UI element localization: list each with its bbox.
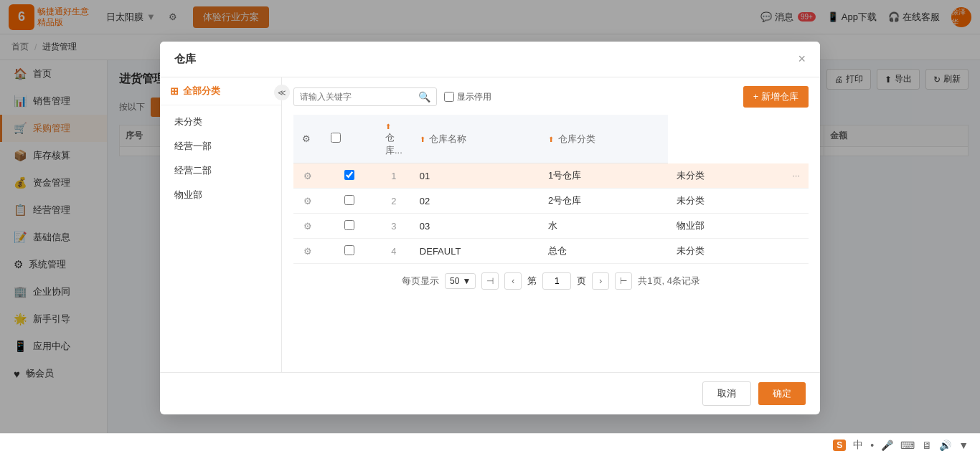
table-header-row: ⚙ ⬆ 仓库... ⬆ 仓库名称 ⬆ xyxy=(293,115,809,163)
category-collapse-button[interactable]: ≪ xyxy=(274,85,290,100)
s-logo: S xyxy=(833,440,846,451)
add-warehouse-button[interactable]: + 新增仓库 xyxy=(743,86,809,108)
row-num: 1 xyxy=(377,163,411,189)
page-number-input[interactable] xyxy=(542,272,571,290)
confirm-button[interactable]: 确定 xyxy=(758,382,806,405)
sort-icon-code: ⬆ xyxy=(385,123,391,130)
col-code-header[interactable]: ⬆ 仓库... xyxy=(377,115,411,163)
search-box: 🔍 xyxy=(293,87,437,106)
row-checkbox[interactable] xyxy=(344,220,354,230)
row-name: 2号仓库 xyxy=(540,189,668,214)
cancel-button[interactable]: 取消 xyxy=(702,381,751,406)
col-category-header[interactable]: ⬆ 仓库分类 xyxy=(540,115,668,163)
row-gear-cell[interactable]: ⚙ xyxy=(293,239,322,264)
row-num: 4 xyxy=(377,239,411,264)
modal-footer: 取消 确定 xyxy=(160,372,820,414)
table-row[interactable]: ⚙ 1 01 1号仓库 未分类 ··· xyxy=(293,163,809,189)
show-disabled-checkbox[interactable] xyxy=(444,92,454,102)
page-last-button[interactable]: ⊢ xyxy=(615,272,632,290)
modal-body: ⊞ 全部分类 ≪ 未分类 经营一部 经营二部 物业部 🔍 xyxy=(160,77,820,372)
row-category: 物业部 xyxy=(668,214,758,239)
row-name: 1号仓库 xyxy=(540,163,668,189)
row-num: 2 xyxy=(377,189,411,214)
modal-overlay: 仓库 × ⊞ 全部分类 ≪ 未分类 经营一部 经营二部 物业部 xyxy=(0,0,980,456)
page-label: 第 xyxy=(527,275,537,288)
category-item-dept1[interactable]: 经营一部 xyxy=(160,134,281,158)
category-item-unclassified[interactable]: 未分类 xyxy=(160,110,281,134)
search-input[interactable] xyxy=(300,92,415,102)
row-checkbox[interactable] xyxy=(344,170,354,180)
pagination-bar: 每页显示 50 ▼ ⊣ ‹ 第 页 › ⊢ 共1页, 4条记录 xyxy=(293,264,809,293)
row-code: 02 xyxy=(411,189,540,214)
row-category: 未分类 xyxy=(668,163,758,189)
row-code: DEFAULT xyxy=(411,239,540,264)
row-checkbox[interactable] xyxy=(344,245,354,255)
col-name-header[interactable]: ⬆ 仓库名称 xyxy=(411,115,540,163)
category-item-dept2[interactable]: 经营二部 xyxy=(160,158,281,183)
page-unit-label: 页 xyxy=(577,275,586,288)
row-checkbox-cell[interactable] xyxy=(322,163,377,189)
row-category: 未分类 xyxy=(668,239,758,264)
status-monitor-icon[interactable]: 🖥 xyxy=(922,440,932,451)
table-toolbar: 🔍 显示停用 + 新增仓库 xyxy=(293,86,809,108)
category-list: 未分类 经营一部 经营二部 物业部 xyxy=(160,105,281,212)
row-checkbox[interactable] xyxy=(344,195,354,205)
row-actions[interactable]: ··· xyxy=(758,163,809,189)
row-checkbox-cell[interactable] xyxy=(322,189,377,214)
category-all[interactable]: ⊞ 全部分类 xyxy=(160,77,281,105)
page-size-select[interactable]: 50 ▼ xyxy=(445,273,476,289)
row-code: 03 xyxy=(411,214,540,239)
row-checkbox-cell[interactable] xyxy=(322,214,377,239)
modal-header: 仓库 × xyxy=(160,42,820,77)
row-code: 01 xyxy=(411,163,540,189)
col-checkbox-header xyxy=(322,115,377,163)
table-row[interactable]: ⚙ 3 03 水 物业部 xyxy=(293,214,809,239)
modal-title: 仓库 xyxy=(174,52,196,66)
table-row[interactable]: ⚙ 4 DEFAULT 总仓 未分类 xyxy=(293,239,809,264)
status-speaker-icon[interactable]: 🔊 xyxy=(939,440,951,451)
row-num: 3 xyxy=(377,214,411,239)
col-gear: ⚙ xyxy=(293,115,322,163)
page-prev-button[interactable]: ‹ xyxy=(504,272,522,290)
modal-close-button[interactable]: × xyxy=(798,52,806,67)
page-first-button[interactable]: ⊣ xyxy=(481,272,499,290)
statusbar: S 中 • 🎤 ⌨ 🖥 🔊 ▼ xyxy=(0,433,980,456)
row-name: 水 xyxy=(540,214,668,239)
row-checkbox-cell[interactable] xyxy=(322,239,377,264)
page-size-label: 每页显示 xyxy=(402,275,439,288)
status-mic-icon[interactable]: 🎤 xyxy=(881,440,893,451)
select-all-checkbox[interactable] xyxy=(331,133,341,143)
status-dot-icon: • xyxy=(870,440,874,451)
table-panel: 🔍 显示停用 + 新增仓库 ⚙ ⬆ xyxy=(282,77,820,372)
page-next-button[interactable]: › xyxy=(592,272,609,290)
warehouse-table: ⚙ ⬆ 仓库... ⬆ 仓库名称 ⬆ xyxy=(293,115,809,264)
category-panel: ⊞ 全部分类 ≪ 未分类 经营一部 经营二部 物业部 xyxy=(160,77,282,372)
row-gear-cell[interactable]: ⚙ xyxy=(293,214,322,239)
show-disabled-checkbox-label[interactable]: 显示停用 xyxy=(444,91,491,103)
row-name: 总仓 xyxy=(540,239,668,264)
grid-icon: ⊞ xyxy=(170,85,179,97)
page-total-label: 共1页, 4条记录 xyxy=(638,275,700,288)
category-item-property[interactable]: 物业部 xyxy=(160,183,281,207)
status-keyboard-icon[interactable]: ⌨ xyxy=(900,440,915,451)
status-arrow-icon[interactable]: ▼ xyxy=(958,440,969,451)
page-size-arrow-icon: ▼ xyxy=(462,276,471,286)
status-zh-icon[interactable]: 中 xyxy=(853,439,863,452)
warehouse-modal: 仓库 × ⊞ 全部分类 ≪ 未分类 经营一部 经营二部 物业部 xyxy=(160,42,820,414)
search-icon[interactable]: 🔍 xyxy=(418,91,430,103)
row-category: 未分类 xyxy=(668,189,758,214)
row-gear-cell[interactable]: ⚙ xyxy=(293,163,322,189)
row-gear-cell[interactable]: ⚙ xyxy=(293,189,322,214)
sort-icon-category: ⬆ xyxy=(548,136,554,143)
table-row[interactable]: ⚙ 2 02 2号仓库 未分类 xyxy=(293,189,809,214)
sort-icon-name: ⬆ xyxy=(420,136,425,143)
category-all-label: 全部分类 xyxy=(183,85,220,98)
